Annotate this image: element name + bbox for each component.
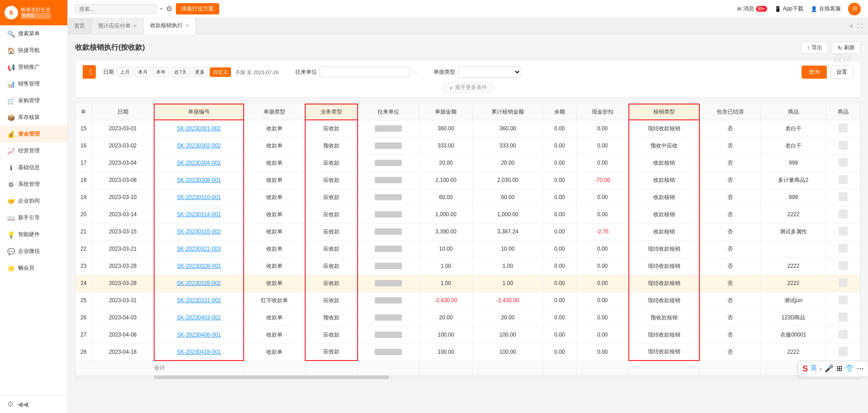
filter-action-btns: 查询 设置: [802, 66, 853, 79]
sidebar-item-经营管理[interactable]: 📈经营管理: [0, 142, 67, 159]
doc-no-link[interactable]: SK-20230302-002: [177, 142, 221, 149]
online-service-btn[interactable]: 👤 在线客服: [811, 5, 841, 13]
sidebar-icon-8: ℹ: [7, 164, 14, 171]
ime-eng-icon[interactable]: 英: [811, 364, 817, 374]
doc-no-link[interactable]: SK-20230301-002: [177, 125, 221, 132]
doc-no-link[interactable]: SK-20230308-001: [177, 177, 221, 183]
payable-tab-close-icon[interactable]: ✕: [133, 24, 137, 28]
doc-no-link[interactable]: SK-20230403-002: [177, 314, 221, 321]
maximize-icon[interactable]: ⛶: [857, 23, 863, 29]
cell-product2: [826, 275, 860, 292]
ime-grid-icon[interactable]: ⊞: [836, 364, 842, 374]
cell-doc-type: 收款单: [244, 275, 305, 292]
receipt-type-select[interactable]: [458, 66, 521, 78]
expand-more-btn[interactable]: ∨ 展开更多条件: [443, 82, 493, 93]
sidebar-item-资金管理[interactable]: 💰资金管理: [0, 126, 67, 142]
cell-product2: [826, 154, 860, 171]
cell-writeoff-type: 预收款核销: [629, 309, 699, 326]
cell-include-settled: 否: [699, 120, 760, 137]
sidebar-item-基础信息[interactable]: ℹ基础信息: [0, 159, 67, 176]
receipt-type-filter-group: 单据类型: [434, 66, 521, 78]
more-dates-btn[interactable]: 更多: [192, 67, 208, 77]
sidebar-item-企业微信[interactable]: 💬企业微信: [0, 243, 67, 260]
ime-mic-icon[interactable]: 🎤: [825, 364, 834, 374]
refresh-btn[interactable]: ↻ 刷新: [832, 42, 861, 54]
ime-shirt-icon[interactable]: 👕: [845, 364, 854, 374]
topbar-gear-icon[interactable]: ⚙: [166, 5, 172, 13]
sidebar-item-搜索菜单[interactable]: 🔍搜索菜单: [0, 25, 67, 42]
refresh-icon: ↻: [838, 45, 842, 51]
sidebar-icon-4: 🛒: [7, 97, 14, 104]
sidebar-item-系统管理[interactable]: ⚙系统管理: [0, 176, 67, 193]
cell-cum-writeoff: 20.00: [473, 154, 542, 171]
last-7days-btn[interactable]: 近7天: [171, 67, 190, 77]
cell-amount: 60.00: [419, 189, 473, 206]
this-month-btn[interactable]: 本月: [135, 67, 151, 77]
last-month-btn[interactable]: 上月: [117, 67, 133, 77]
dropdown-arrow-icon[interactable]: ▾: [160, 6, 162, 11]
this-year-btn[interactable]: 本年: [153, 67, 169, 77]
doc-no-link[interactable]: SK-20230328-002: [177, 280, 221, 286]
message-btn[interactable]: ✉ 消息 99+: [737, 5, 767, 13]
doc-no-link[interactable]: SK-20230328-001: [177, 263, 221, 269]
horizontal-scrollbar[interactable]: [75, 375, 860, 379]
collapse-icon[interactable]: ◀◀: [17, 400, 28, 408]
doc-no-link[interactable]: SK-20230304-001: [177, 160, 221, 166]
doc-no-link[interactable]: SK-20230418-001: [177, 349, 221, 355]
ime-extra-icon[interactable]: ⋯: [857, 364, 864, 374]
doc-no-link[interactable]: SK-20230314-001: [177, 211, 221, 218]
custom-date-btn[interactable]: 自定义: [210, 67, 231, 77]
tab-home[interactable]: 首页: [68, 18, 92, 34]
cell-amount: 1.00: [419, 257, 473, 275]
sidebar-item-新手引导[interactable]: 📖新手引导: [0, 209, 67, 226]
doc-no-link[interactable]: SK-20230321-003: [177, 246, 221, 252]
table-header: ⚙ 日期 单据编号 单据类型 业务类型 往来单位 单据金额 累计核销金额 余额 …: [75, 104, 860, 120]
industry-btn[interactable]: 体验行业方案: [176, 3, 219, 14]
query-btn[interactable]: 查询: [802, 66, 827, 79]
user-avatar[interactable]: 用: [848, 3, 861, 15]
cell-doc-no: SK-20230310-001: [154, 189, 244, 206]
partner-filter-input[interactable]: [320, 66, 410, 77]
col-product2: 商品: [826, 104, 860, 120]
sidebar-label-4: 采购管理: [18, 97, 40, 104]
settings-icon[interactable]: ⚙: [7, 400, 14, 408]
tab-payable[interactable]: 预计应应付单 ✕: [92, 18, 144, 34]
doc-no-link[interactable]: SK-20230315-002: [177, 228, 221, 235]
sidebar-item-库存核算[interactable]: 📦库存核算: [0, 109, 67, 126]
cell-doc-no: SK-20230302-002: [154, 137, 244, 154]
doc-no-link[interactable]: SK-20230408-001: [177, 332, 221, 338]
ime-s-icon[interactable]: S: [802, 364, 808, 374]
close-all-icon[interactable]: ✕: [849, 23, 854, 29]
cell-product1: 测试jun: [760, 292, 826, 309]
cell-doc-type: 收款单: [244, 171, 305, 189]
topbar-search-input[interactable]: [75, 4, 156, 14]
sidebar-item-企业协同[interactable]: 🤝企业协同: [0, 193, 67, 209]
scrollbar-thumb[interactable]: [154, 375, 390, 379]
sidebar-icon-9: ⚙: [7, 181, 14, 188]
sidebar-label-9: 系统管理: [18, 180, 40, 188]
filter-expand-btn[interactable]: 《: [83, 65, 96, 79]
ime-dot-icon[interactable]: ·: [820, 364, 822, 374]
footer-label: 合计: [75, 361, 244, 375]
sidebar-item-销售管理[interactable]: 📊销售管理: [0, 76, 67, 92]
col-product1: 商品: [760, 104, 826, 120]
sidebar-item-畅会员[interactable]: 🌟畅会员: [0, 260, 67, 276]
sidebar-item-营销推广[interactable]: 📢营销推广: [0, 59, 67, 76]
doc-no-link[interactable]: SK-20230331-002: [177, 297, 221, 304]
sidebar-item-智能硬件[interactable]: 💡智能硬件: [0, 226, 67, 243]
partner-dots-icon[interactable]: ···: [413, 69, 417, 75]
write-off-tab-close-icon[interactable]: ✕: [185, 23, 189, 28]
sidebar-item-快捷导航[interactable]: 🏠快捷导航: [0, 42, 67, 59]
sidebar-icon-7: 📈: [7, 147, 14, 155]
app-download-btn[interactable]: 📱 App下载: [774, 5, 803, 13]
cell-biz-type: 应收款: [305, 257, 358, 275]
sidebar-icon-1: 🏠: [7, 47, 14, 54]
export-btn[interactable]: ↑ 导出: [801, 42, 828, 54]
tab-write-off[interactable]: 收款核销执行 ✕: [144, 18, 196, 34]
partner-filter-group: 往来单位 ···: [295, 66, 417, 77]
doc-no-link[interactable]: SK-20230310-001: [177, 194, 221, 200]
col-gear[interactable]: ⚙: [75, 104, 92, 120]
sidebar-item-采购管理[interactable]: 🛒采购管理: [0, 92, 67, 109]
cell-cash-discount: 0.00: [576, 154, 628, 171]
settings-btn[interactable]: 设置: [830, 66, 853, 79]
